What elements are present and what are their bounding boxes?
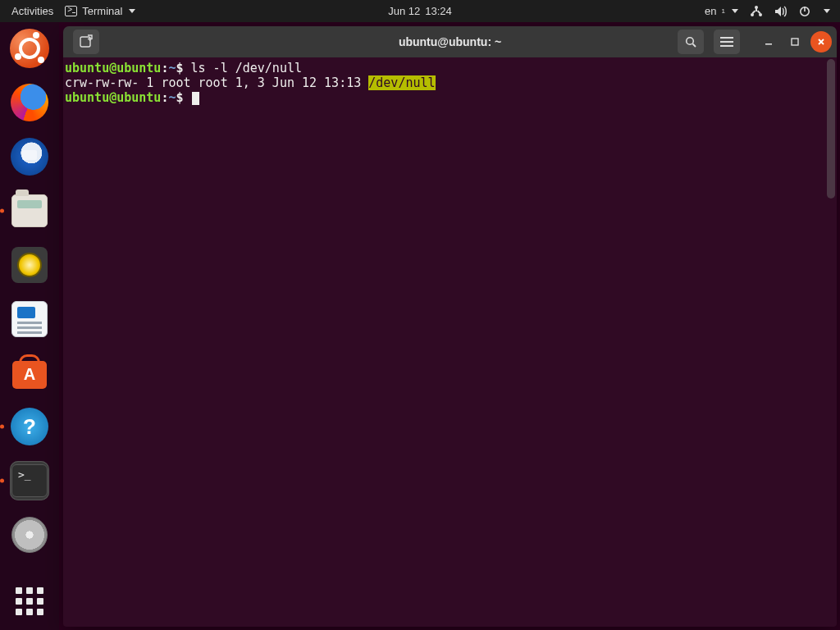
svg-rect-11 — [765, 43, 772, 45]
show-applications-button[interactable] — [12, 584, 47, 619]
command-text: ls -l /dev/null — [191, 61, 302, 75]
svg-rect-4 — [804, 7, 806, 11]
svg-rect-10 — [720, 45, 733, 47]
chevron-down-icon — [824, 9, 830, 13]
input-source-label: en — [705, 5, 716, 17]
dock-firefox[interactable] — [10, 83, 49, 122]
svg-point-1 — [751, 13, 754, 16]
power-icon[interactable] — [799, 6, 810, 17]
terminal-viewport[interactable]: ubuntu@ubuntu:~$ ls -l /dev/null crw-rw-… — [63, 57, 837, 627]
svg-rect-5 — [80, 37, 90, 47]
svg-line-7 — [693, 44, 696, 48]
dock-libreoffice-writer[interactable] — [10, 299, 49, 339]
input-source-index: 1 — [722, 7, 725, 15]
terminal-line: ubuntu@ubuntu:~$ ls -l /dev/null — [65, 61, 833, 75]
network-icon[interactable] — [750, 6, 763, 17]
prompt-user: ubuntu@ubuntu — [65, 90, 161, 105]
gnome-top-bar: Activities Terminal Jun 12 13:24 en1 — [0, 0, 840, 22]
dock-help[interactable]: ? — [10, 407, 49, 446]
dock-disks[interactable] — [10, 515, 49, 555]
prompt-symbol: $ — [176, 90, 183, 105]
volume-icon[interactable] — [774, 6, 788, 17]
app-menu-label: Terminal — [82, 5, 122, 17]
new-tab-button[interactable] — [73, 30, 99, 54]
svg-rect-9 — [720, 41, 733, 43]
clock-date: Jun 12 — [388, 5, 420, 17]
ubuntu-dock: A ? — [0, 22, 59, 630]
clock-time: 13:24 — [425, 5, 452, 17]
search-button[interactable] — [678, 30, 704, 54]
svg-point-2 — [759, 13, 762, 16]
prompt-symbol: $ — [176, 61, 183, 75]
window-titlebar[interactable]: ubuntu@ubuntu: ~ — [63, 26, 837, 57]
activities-button[interactable]: Activities — [11, 5, 53, 17]
terminal-line: crw-rw-rw- 1 root root 1, 3 Jun 12 13:13… — [65, 75, 833, 90]
svg-point-6 — [687, 38, 694, 45]
dock-show-applications-ubuntu[interactable] — [10, 29, 49, 68]
dock-ubuntu-software[interactable]: A — [10, 354, 49, 393]
activities-label: Activities — [11, 5, 53, 17]
input-source-indicator[interactable]: en1 — [705, 5, 738, 17]
dock-rhythmbox[interactable] — [10, 245, 49, 285]
hamburger-menu-button[interactable] — [714, 30, 740, 54]
window-maximize-button[interactable] — [784, 31, 806, 52]
dock-thunderbird[interactable] — [10, 137, 49, 176]
app-menu[interactable]: Terminal — [65, 5, 135, 17]
window-minimize-button[interactable] — [758, 31, 779, 52]
terminal-line: ubuntu@ubuntu:~$ — [65, 90, 833, 105]
terminal-window: ubuntu@ubuntu: ~ ubuntu@ubuntu:~$ ls -l … — [63, 26, 837, 627]
window-title: ubuntu@ubuntu: ~ — [399, 35, 501, 48]
svg-rect-12 — [792, 39, 798, 45]
terminal-cursor — [192, 92, 199, 105]
dock-files[interactable] — [10, 191, 49, 231]
output-highlight: /dev/null — [368, 75, 435, 90]
chevron-down-icon — [732, 9, 738, 13]
window-close-button[interactable] — [810, 31, 832, 52]
terminal-scrollbar[interactable] — [827, 59, 835, 199]
chevron-down-icon — [129, 9, 135, 13]
output-text: crw-rw-rw- 1 root root 1, 3 Jun 12 13:13 — [65, 75, 368, 90]
dock-terminal[interactable] — [10, 461, 49, 500]
terminal-small-icon — [65, 6, 77, 16]
clock[interactable]: Jun 12 13:24 — [388, 5, 452, 17]
prompt-user: ubuntu@ubuntu — [65, 61, 161, 75]
svg-rect-8 — [720, 37, 733, 39]
